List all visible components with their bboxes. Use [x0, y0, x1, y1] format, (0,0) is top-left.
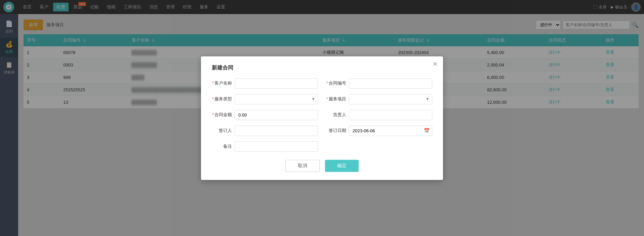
contract-amount-input[interactable]	[235, 110, 318, 120]
service-item-wrapper: ▼	[349, 94, 432, 104]
field-sign-date: 签订日期 📅	[326, 126, 432, 136]
contract-no-input[interactable]	[349, 78, 432, 89]
form-row-3: *合同金额 负责人	[212, 110, 432, 120]
field-contract-no: *合同编号	[326, 78, 432, 89]
field-service-item: *服务项目 ▼	[326, 94, 432, 104]
contract-amount-label: *合同金额	[212, 112, 232, 118]
confirm-button[interactable]: 确定	[325, 160, 359, 172]
form-row-5: 备注	[212, 141, 432, 152]
dialog-footer: 取消 确定	[212, 160, 432, 172]
cancel-button[interactable]: 取消	[285, 160, 320, 172]
field-responsible: 负责人	[326, 110, 432, 120]
service-type-select[interactable]	[235, 94, 318, 104]
field-note: 备注	[212, 141, 318, 152]
sign-date-wrapper: 📅	[349, 126, 432, 136]
contract-no-label: *合同编号	[326, 80, 346, 86]
dialog-close-button[interactable]: ✕	[433, 60, 438, 68]
dialog-overlay: ✕ 新建合同 *客户名称 *合同编号 *服务类型	[0, 0, 644, 236]
customer-name-input[interactable]	[235, 78, 318, 89]
form-row-4: 签订人 签订日期 📅	[212, 126, 432, 136]
customer-name-label: *客户名称	[212, 80, 232, 86]
field-customer-name: *客户名称	[212, 78, 318, 89]
service-item-label: *服务项目	[326, 96, 346, 102]
field-signer: 签订人	[212, 126, 318, 136]
sign-date-label: 签订日期	[326, 128, 346, 134]
note-label: 备注	[212, 143, 232, 149]
form-row-1: *客户名称 *合同编号	[212, 78, 432, 89]
signer-input[interactable]	[235, 126, 318, 136]
form-row-2: *服务类型 ▼ *服务项目 ▼	[212, 94, 432, 104]
signer-label: 签订人	[212, 128, 232, 134]
responsible-label: 负责人	[326, 112, 346, 118]
service-type-wrapper: ▼	[235, 94, 318, 104]
new-contract-dialog: ✕ 新建合同 *客户名称 *合同编号 *服务类型	[201, 56, 443, 180]
field-service-type: *服务类型 ▼	[212, 94, 318, 104]
service-item-select[interactable]	[349, 94, 432, 104]
field-contract-amount: *合同金额	[212, 110, 318, 120]
responsible-input[interactable]	[349, 110, 432, 120]
note-input[interactable]	[235, 141, 318, 152]
dialog-title: 新建合同	[212, 64, 432, 72]
sign-date-input[interactable]	[349, 126, 432, 136]
service-type-label: *服务类型	[212, 96, 232, 102]
